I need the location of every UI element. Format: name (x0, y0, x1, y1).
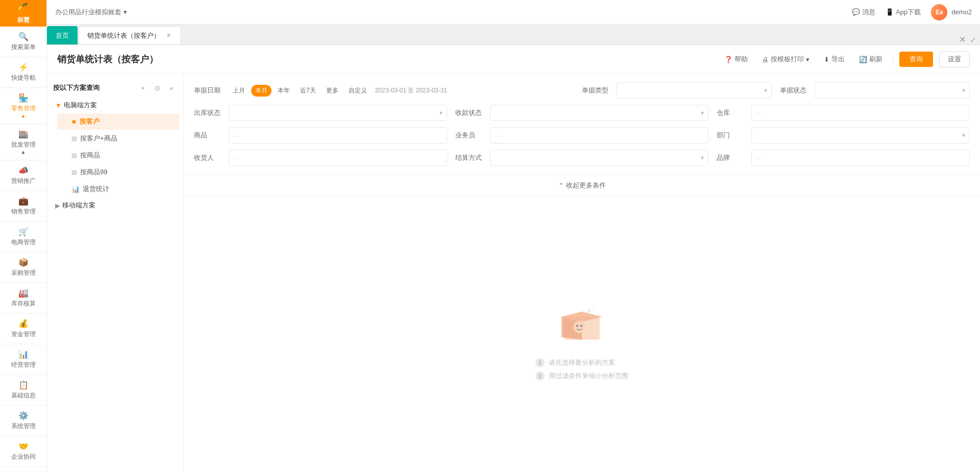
goods-select[interactable]: ··· (229, 127, 447, 144)
tab-close-btn[interactable]: ✕ (164, 32, 173, 40)
out-status-label: 出库状态 (194, 108, 225, 117)
sales-icon: 💼 (18, 196, 29, 206)
sidebar-item-label: 快捷导航 (11, 74, 36, 82)
message-btn[interactable]: 💬 消息 (852, 8, 875, 17)
tree-item-by-customer[interactable]: ● 按客户 (57, 113, 179, 130)
empty-hint-2: 2 用过滤条件来缩小分析范围 (535, 371, 628, 381)
header-left: 办公用品行业模拟账套 ▾ (55, 8, 127, 17)
sidebar-item-label: 资金管理 (11, 330, 36, 339)
recv-status-select[interactable]: ▾ (490, 105, 708, 121)
receiver-select[interactable]: ··· (229, 150, 447, 166)
settings-btn[interactable]: 设置 (939, 51, 970, 67)
add-scheme-btn[interactable]: + (137, 82, 149, 93)
template-print-label: 按模板打印 (771, 55, 804, 64)
tab-sales-stats[interactable]: 销货单统计表（按客户） ✕ (79, 26, 181, 44)
tree-item-return-stats[interactable]: 📊 退货统计 (57, 181, 179, 197)
goods99-icon: ⊞ (71, 169, 77, 176)
left-panel-header: 按以下方案查询 + ⊙ « (47, 80, 183, 98)
sidebar-item-ecommerce[interactable]: 🛒 电商管理 (0, 222, 46, 252)
customer-icon: ● (71, 117, 77, 126)
type-label: 单据类型 (582, 86, 612, 95)
left-panel-icons: + ⊙ « (137, 82, 177, 93)
sidebar-item-purchase[interactable]: 📦 采购管理 (0, 252, 46, 283)
user-profile[interactable]: Ea demo2 (931, 4, 972, 20)
app-download-btn[interactable]: 📱 App下载 (886, 8, 921, 17)
recv-status-label: 收款状态 (455, 108, 486, 117)
collapse-up-icon: ⌃ (558, 182, 564, 190)
filter-item-warehouse: 仓库 ··· (717, 105, 970, 121)
page-content: 销货单统计表（按客户） ❓ 帮助 🖨 按模板打印 ▾ ⬇ 导出 🔄 刷新 (47, 45, 980, 472)
export-btn[interactable]: ⬇ 导出 (820, 53, 849, 66)
collapse-panel-btn[interactable]: « (166, 82, 177, 93)
tree-item-by-goods[interactable]: ⊞ 按商品 (57, 147, 179, 163)
date-tab-more[interactable]: 更多 (322, 85, 342, 97)
sidebar-item-sales[interactable]: 💼 销售管理 (0, 191, 46, 222)
tree-item-label: 按客户 (80, 117, 100, 126)
date-filter: 上月 本月 本年 近7天 更多 自定义 2023-03-01 至 2023-03… (229, 85, 574, 97)
template-print-btn[interactable]: 🖨 按模板打印 ▾ (758, 53, 814, 66)
tree-group-mobile[interactable]: ▶ 移动端方案 (51, 198, 179, 213)
date-tab-this-year[interactable]: 本年 (274, 85, 294, 97)
hint-num-2: 2 (535, 371, 545, 381)
hint-text-2: 用过滤条件来缩小分析范围 (549, 371, 628, 381)
brand-select[interactable]: ··· (751, 150, 970, 166)
query-btn[interactable]: 查询 (899, 52, 933, 67)
sidebar-item-label: 采购管理 (11, 269, 36, 277)
sidebar-item-system[interactable]: ⚙️ 系统管理 (0, 406, 46, 436)
tree-expand-icon: ▼ (55, 102, 62, 109)
scheme-settings-btn[interactable]: ⊙ (152, 82, 163, 93)
print-dropdown-icon: ▾ (806, 56, 810, 63)
quick-nav-icon: ⚡ (18, 62, 29, 72)
avatar: Ea (931, 4, 947, 20)
tree-item-by-goods99[interactable]: ⊞ 按商品99 (57, 164, 179, 180)
sidebar-item-label: 批发管理 (11, 140, 36, 149)
date-tab-7days[interactable]: 近7天 (296, 85, 320, 97)
brand-label: 品牌 (717, 153, 747, 162)
settlement-select[interactable]: ▾ (490, 150, 708, 166)
tab-home[interactable]: 首页 (47, 26, 78, 44)
logo-area[interactable]: 🍊 标慧 (0, 0, 46, 27)
add-icon: + (141, 84, 145, 92)
sidebar-item-marketing[interactable]: 📣 营销推广 (0, 160, 46, 191)
help-btn[interactable]: ❓ 帮助 (720, 53, 752, 66)
sidebar-item-retail[interactable]: 🏪 零售管理 ▲ (0, 88, 46, 124)
sidebar-item-operations[interactable]: 📊 经营管理 (0, 344, 46, 375)
out-status-select[interactable]: ▾ (229, 105, 447, 121)
tree-item-label: 按商品99 (80, 168, 107, 177)
industry-selector[interactable]: 办公用品行业模拟账套 ▾ (55, 8, 127, 17)
refresh-btn[interactable]: 🔄 刷新 (855, 53, 887, 66)
left-panel: 按以下方案查询 + ⊙ « (47, 74, 184, 472)
salesman-select[interactable]: ··· (490, 127, 708, 144)
sidebar-item-label: 库存核算 (11, 299, 36, 308)
app-download-label: App下载 (896, 8, 921, 17)
sidebar-item-label: 搜索菜单 (11, 43, 36, 52)
close-window-icon[interactable]: ✕ (959, 35, 966, 44)
dept-select[interactable]: ▾ (751, 127, 970, 144)
sidebar-item-enterprise[interactable]: 🤝 企业协同 (0, 436, 46, 467)
date-tab-last-month[interactable]: 上月 (229, 85, 249, 97)
sidebar-item-wholesale[interactable]: 🏬 批发管理 ▲ (0, 124, 46, 160)
sidebar-item-newbie[interactable]: 🎯 新手引导 (0, 467, 46, 472)
tree-group-desktop[interactable]: ▼ 电脑端方案 (51, 98, 179, 113)
operations-icon: 📊 (18, 349, 29, 359)
date-tab-custom[interactable]: 自定义 (345, 85, 371, 97)
collapse-btn[interactable]: ⌃ 收起更多条件 (550, 179, 614, 192)
sidebar-item-search-menu[interactable]: 🔍 搜索菜单 (0, 27, 46, 57)
export-icon: ⬇ (824, 56, 829, 63)
sidebar-item-finance[interactable]: 💰 资金管理 (0, 314, 46, 344)
divider (893, 54, 893, 64)
sidebar-item-quick-nav[interactable]: ⚡ 快捷导航 (0, 57, 46, 88)
tab-bar: 首页 销货单统计表（按客户） ✕ ✕ ⤢ (47, 25, 980, 45)
hint-text-1: 请先选择要分析的方案 (549, 358, 615, 367)
salesman-label: 业务员 (455, 131, 486, 140)
sidebar-item-inventory[interactable]: 🏭 库存核算 (0, 283, 46, 314)
purchase-icon: 📦 (18, 257, 29, 267)
date-tab-this-month[interactable]: 本月 (251, 85, 272, 97)
sidebar-item-basic-info[interactable]: 📋 基础信息 (0, 375, 46, 406)
status-select[interactable]: ▾ (815, 82, 970, 99)
warehouse-select[interactable]: ··· (751, 105, 970, 121)
tree-item-by-customer-goods[interactable]: ⊞ 按客户+商品 (57, 130, 179, 147)
wholesale-icon: 🏬 (18, 129, 29, 139)
type-select[interactable]: ▾ (617, 82, 772, 99)
maximize-icon[interactable]: ⤢ (970, 36, 976, 44)
